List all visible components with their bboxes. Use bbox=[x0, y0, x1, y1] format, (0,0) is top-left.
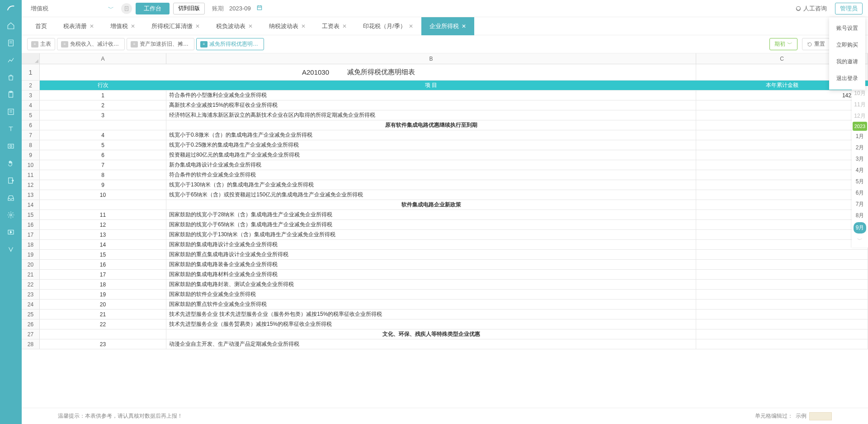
row-header[interactable]: 6 bbox=[22, 120, 40, 130]
cell[interactable]: 线宽小于130纳米（含）的集成电路生产企业减免企业所得税 bbox=[166, 180, 696, 190]
cell[interactable]: 6 bbox=[40, 150, 166, 160]
nav-chart-icon[interactable] bbox=[0, 52, 22, 69]
row-header[interactable]: 2 bbox=[22, 81, 40, 90]
nav-home-icon[interactable] bbox=[0, 17, 22, 34]
support-link[interactable]: 人工咨询 bbox=[795, 5, 827, 13]
cell[interactable]: 1 bbox=[40, 91, 166, 100]
year-badge[interactable]: 2023 bbox=[853, 122, 867, 131]
cell[interactable] bbox=[696, 130, 868, 140]
cell[interactable]: 国家鼓励的软件企业减免企业所得税 bbox=[166, 290, 696, 299]
month-item[interactable]: 11月 bbox=[852, 99, 868, 110]
row-header[interactable]: 14 bbox=[22, 200, 40, 210]
sheet-body[interactable]: 1A201030减免所得税优惠明细表2行次项 目本年累计金额31符合条件的小型微… bbox=[22, 64, 868, 408]
nav-bag-icon[interactable] bbox=[0, 69, 22, 86]
nav-v-icon[interactable] bbox=[0, 241, 22, 258]
workbench-button[interactable]: 工作台 bbox=[136, 3, 170, 14]
tab[interactable]: 纳税波动表✕ bbox=[261, 17, 314, 35]
cell[interactable]: 国家鼓励的线宽小于130纳米（含）集成电路生产企业减免企业所得税 bbox=[166, 230, 696, 239]
cell[interactable]: 线宽小于0.8微米（含）的集成电路生产企业减免企业所得税 bbox=[166, 130, 696, 140]
cell[interactable] bbox=[40, 120, 166, 130]
cell[interactable]: 国家鼓励的线宽小于65纳米（含）集成电路生产企业减免企业所得税 bbox=[166, 220, 696, 229]
tab[interactable]: 首页 bbox=[27, 17, 55, 35]
row-header[interactable]: 21 bbox=[22, 270, 40, 279]
tab[interactable]: 所得税汇算清缴✕ bbox=[143, 17, 208, 35]
cell[interactable]: 12 bbox=[40, 220, 166, 229]
row-header[interactable]: 20 bbox=[22, 260, 40, 269]
nav-inbox-icon[interactable] bbox=[0, 189, 22, 206]
nav-doc-icon[interactable] bbox=[0, 34, 22, 52]
row-header[interactable]: 8 bbox=[22, 140, 40, 150]
close-icon[interactable]: ✕ bbox=[131, 23, 135, 29]
cell[interactable]: 高新技术企业减按15%的税率征收企业所得税 bbox=[166, 100, 696, 110]
nav-t-icon[interactable] bbox=[0, 120, 22, 138]
nav-clipboard-icon[interactable] bbox=[0, 86, 22, 103]
nav-currency-icon[interactable] bbox=[0, 138, 22, 155]
cell[interactable]: 17 bbox=[40, 270, 166, 279]
cell[interactable]: 投资额超过80亿元的集成电路生产企业减免企业所得税 bbox=[166, 150, 696, 160]
nav-list-icon[interactable] bbox=[0, 103, 22, 120]
cell[interactable]: 14 bbox=[40, 240, 166, 249]
month-item[interactable]: 6月 bbox=[852, 187, 868, 199]
close-icon[interactable]: ✕ bbox=[301, 23, 306, 29]
cell[interactable] bbox=[696, 280, 868, 289]
cell[interactable]: 18 bbox=[40, 280, 166, 289]
cell[interactable] bbox=[696, 200, 868, 210]
month-item[interactable]: 5月 bbox=[852, 176, 868, 187]
cell[interactable] bbox=[696, 310, 868, 319]
close-icon[interactable]: ✕ bbox=[90, 23, 94, 29]
header-cell[interactable]: 行次 bbox=[40, 81, 166, 90]
dropdown-item[interactable]: 我的邀请 bbox=[829, 53, 865, 70]
cell[interactable]: 19 bbox=[40, 290, 166, 299]
cell[interactable]: 技术先进型服务企业（服务贸易类）减按15%的税率征收企业所得税 bbox=[166, 319, 696, 329]
chevron-down-icon[interactable]: ﹀ bbox=[852, 234, 868, 246]
cell[interactable]: 文化、环保、残疾人等特殊类型企业优惠 bbox=[166, 329, 696, 339]
row-header[interactable]: 5 bbox=[22, 110, 40, 120]
tab[interactable]: 印花税（月/季）✕ bbox=[355, 17, 421, 35]
cell[interactable]: 线宽小于65纳米（含）或投资额超过150亿元的集成电路生产企业减免企业所得税 bbox=[166, 190, 696, 200]
row-header[interactable]: 7 bbox=[22, 130, 40, 140]
cell[interactable] bbox=[40, 64, 166, 80]
month-item[interactable]: 3月 bbox=[852, 153, 868, 165]
admin-button[interactable]: 管理员 bbox=[835, 3, 863, 14]
dropdown-item[interactable]: 退出登录 bbox=[829, 70, 865, 87]
tax-type-select[interactable]: 增值税 ﹀ bbox=[27, 3, 118, 14]
month-item[interactable]: 9月 bbox=[854, 222, 866, 233]
close-icon[interactable]: ✕ bbox=[409, 23, 413, 29]
tab[interactable]: 税表清册✕ bbox=[55, 17, 102, 35]
row-header[interactable]: 12 bbox=[22, 180, 40, 190]
cell[interactable] bbox=[696, 230, 868, 239]
cell[interactable] bbox=[696, 140, 868, 150]
cell[interactable]: 线宽小于0.25微米的集成电路生产企业减免企业所得税 bbox=[166, 140, 696, 150]
doc-round-icon[interactable] bbox=[121, 3, 132, 14]
cell[interactable]: 10 bbox=[40, 190, 166, 200]
nav-hand-icon[interactable] bbox=[0, 155, 22, 172]
cell[interactable] bbox=[696, 329, 868, 339]
tab[interactable]: 税负波动表✕ bbox=[208, 17, 261, 35]
row-header[interactable]: 24 bbox=[22, 300, 40, 309]
nav-video-icon[interactable] bbox=[0, 224, 22, 241]
month-item[interactable]: 7月 bbox=[852, 199, 868, 210]
row-header[interactable]: 23 bbox=[22, 290, 40, 299]
cell[interactable] bbox=[696, 300, 868, 309]
cell[interactable]: 20 bbox=[40, 300, 166, 309]
cell[interactable]: 国家鼓励的重点软件企业减免企业所得税 bbox=[166, 300, 696, 309]
cell[interactable]: 软件集成电路企业新政策 bbox=[166, 200, 696, 210]
close-icon[interactable]: ✕ bbox=[462, 23, 466, 29]
row-header[interactable]: 26 bbox=[22, 319, 40, 329]
cell[interactable] bbox=[696, 120, 868, 130]
tab[interactable]: 增值税✕ bbox=[102, 17, 143, 35]
row-header[interactable]: 17 bbox=[22, 230, 40, 239]
dropdown-item[interactable]: 立即购买 bbox=[829, 37, 865, 53]
cell[interactable]: 11 bbox=[40, 210, 166, 219]
title-cell[interactable]: A201030减免所得税优惠明细表 bbox=[166, 64, 696, 80]
row-header[interactable]: 9 bbox=[22, 150, 40, 160]
row-header[interactable]: 25 bbox=[22, 310, 40, 319]
cell[interactable] bbox=[696, 170, 868, 180]
row-header[interactable]: 11 bbox=[22, 170, 40, 180]
cell[interactable]: 2 bbox=[40, 100, 166, 110]
cell[interactable]: 国家鼓励的集成电路装备企业减免企业所得税 bbox=[166, 260, 696, 269]
cell[interactable] bbox=[696, 240, 868, 249]
calendar-icon[interactable] bbox=[256, 5, 263, 12]
cell[interactable]: 22 bbox=[40, 319, 166, 329]
cell[interactable] bbox=[40, 329, 166, 339]
